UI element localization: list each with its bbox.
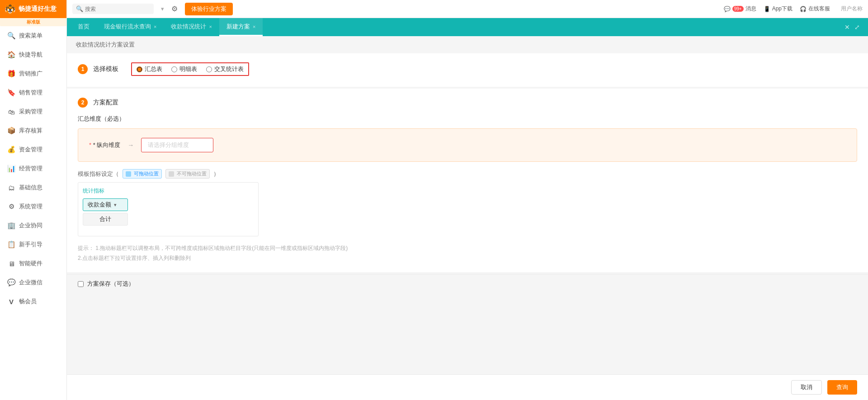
sidebar-item-wechat[interactable]: 💬 企业微信: [0, 273, 66, 292]
sidebar-item-purchase[interactable]: 🛍 采购管理: [0, 102, 66, 121]
sidebar-item-basics[interactable]: 🗂 基础信息: [0, 178, 66, 197]
chevron-down-icon-tag: ▾: [114, 202, 117, 208]
arrow-icon: →: [127, 141, 134, 149]
settings-icon: ⚙: [7, 202, 15, 211]
message-icon: 💬: [724, 6, 731, 12]
sidebar-item-operations-label: 经营管理: [19, 165, 42, 173]
tip-2: 2.点击标题栏下拉可设置排序、插入列和删除列: [78, 254, 857, 264]
template-options-box: 汇总表 明细表 交叉统计表: [131, 62, 249, 76]
radio-cross-input[interactable]: [206, 66, 212, 72]
step1-label: 选择模板: [93, 65, 118, 73]
sidebar-item-operations[interactable]: 📊 经营管理: [0, 159, 66, 178]
dimension-area: * * 纵向维度 → 请选择分组维度: [78, 128, 857, 162]
radio-summary-input[interactable]: [137, 66, 142, 72]
close-icon[interactable]: ✕: [844, 24, 850, 31]
tab-newplan-close[interactable]: ×: [253, 24, 255, 29]
tab-cashbank-label: 现金银行流水查询: [104, 23, 151, 31]
dimension-select-placeholder: 请选择分组维度: [148, 141, 189, 149]
sidebar-item-sales[interactable]: 🔖 销售管理: [0, 83, 66, 102]
indicator-header: 模板指标设定（ 可拖动位置 不可拖动位置 ）: [78, 169, 857, 179]
money-icon: 💰: [7, 146, 15, 154]
step2-label: 方案配置: [93, 99, 118, 107]
indicator-settings-label: 模板指标设定（: [78, 170, 119, 178]
radio-detail[interactable]: 明细表: [171, 65, 197, 73]
breadcrumb-text: 收款情况统计方案设置: [76, 41, 135, 48]
sidebar-item-inventory-label: 库存核算: [19, 127, 42, 135]
tab-receipts-close[interactable]: ×: [209, 24, 212, 29]
download-btn[interactable]: 📱 App下载: [764, 5, 793, 13]
stat-subtag: 合计: [83, 213, 128, 226]
headphone-icon: 🎧: [800, 6, 807, 12]
tab-home-label: 首页: [78, 23, 90, 31]
sidebar-item-system[interactable]: ⚙ 系统管理: [0, 197, 66, 216]
required-star: *: [89, 141, 91, 148]
step2-num: 2: [78, 98, 88, 108]
search-input[interactable]: [85, 6, 139, 12]
step1-num: 1: [78, 64, 88, 74]
sidebar-item-member-label: 畅会员: [19, 297, 37, 306]
search-icon-top: 🔍: [76, 5, 83, 12]
chevron-down-icon: ▾: [161, 5, 164, 12]
sidebar-item-guide[interactable]: 📋 新手引导: [0, 235, 66, 254]
save-label: 方案保存（可选）: [87, 280, 134, 288]
page-content: 收款情况统计方案设置 1 选择模板 汇总表 明细表: [67, 36, 868, 374]
sidebar-item-marketing[interactable]: 🎁 营销推广: [0, 64, 66, 83]
radio-cross[interactable]: 交叉统计表: [206, 65, 244, 73]
files-icon: 🗂: [7, 184, 15, 192]
stat-indicator-area: 统计指标 收款金额 ▾ 合计: [78, 182, 259, 236]
sidebar-item-enterprise[interactable]: 🏢 企业协同: [0, 216, 66, 235]
radio-detail-label: 明细表: [179, 65, 197, 73]
tab-home[interactable]: 首页: [71, 18, 97, 36]
breadcrumb: 收款情况统计方案设置: [67, 36, 868, 53]
sidebar-item-finance[interactable]: 💰 资金管理: [0, 140, 66, 159]
tab-receipts[interactable]: 收款情况统计 ×: [164, 18, 219, 36]
step1-row: 1 选择模板 汇总表 明细表 交叉统计表: [78, 62, 857, 76]
tag-icon: 🔖: [7, 89, 15, 97]
sidebar-logo: 🐯 畅捷通好生意: [0, 0, 66, 18]
tab-newplan[interactable]: 新建方案 ×: [219, 18, 263, 36]
sidebar-item-purchase-label: 采购管理: [19, 108, 42, 116]
main-area: 🔍 ▾ ⚙ 体验行业方案 💬 99+ 消息 📱 App下载 🎧 在线客服 用户名…: [67, 0, 868, 400]
sidebar-logo-text: 畅捷通好生意: [19, 5, 57, 13]
maximize-icon[interactable]: ⤢: [854, 24, 860, 31]
sidebar-badge: 标准版: [0, 18, 66, 26]
window-controls: ✕ ⤢: [840, 18, 864, 36]
sidebar-item-enterprise-label: 企业协同: [19, 221, 42, 230]
save-row: 方案保存（可选）: [67, 274, 868, 293]
hardware-icon: 🖥: [7, 260, 15, 268]
guide-icon: 📋: [7, 240, 15, 249]
tab-cashbank[interactable]: 现金银行流水查询 ×: [97, 18, 164, 36]
sidebar-item-member[interactable]: V 畅会员: [0, 292, 66, 311]
chart-icon: 📊: [7, 165, 15, 173]
drag-badge: 可拖动位置: [123, 169, 162, 179]
radio-detail-input[interactable]: [171, 66, 177, 72]
query-button[interactable]: 查询: [827, 380, 857, 395]
dimension-select[interactable]: 请选择分组维度: [141, 138, 213, 152]
sidebar-item-finance-label: 资金管理: [19, 146, 42, 154]
radio-summary[interactable]: 汇总表: [137, 65, 162, 73]
save-checkbox[interactable]: [78, 281, 84, 287]
sidebar-item-marketing-label: 营销推广: [19, 70, 42, 78]
sidebar-item-nav[interactable]: 🏠 快捷导航: [0, 45, 66, 64]
bottom-bar: 取消 查询: [67, 374, 868, 400]
step2-row: 2 方案配置: [78, 98, 857, 108]
notification-btn[interactable]: 💬 99+ 消息: [724, 5, 756, 13]
sidebar-item-search-label: 搜索菜单: [19, 32, 42, 40]
cancel-button[interactable]: 取消: [791, 380, 822, 395]
radio-cross-label: 交叉统计表: [214, 65, 244, 73]
sidebar-item-hardware[interactable]: 🖥 智能硬件: [0, 254, 66, 273]
tab-cashbank-close[interactable]: ×: [154, 24, 156, 29]
industry-btn[interactable]: 体验行业方案: [185, 3, 233, 15]
sidebar-item-search[interactable]: 🔍 搜索菜单: [0, 26, 66, 45]
sidebar-item-basics-label: 基础信息: [19, 184, 42, 192]
service-btn[interactable]: 🎧 在线客服: [800, 5, 830, 13]
tabs-bar: 首页 现金银行流水查询 × 收款情况统计 × 新建方案 × ✕ ⤢: [67, 18, 868, 36]
vertical-dimension-label: * * 纵向维度: [89, 141, 120, 149]
service-label: 在线客服: [808, 5, 830, 13]
step2-section: 2 方案配置 汇总维度（必选） * * 纵向维度 → 请选择分组维度: [67, 89, 868, 272]
search-box[interactable]: 🔍: [72, 4, 154, 14]
stat-tag-amount[interactable]: 收款金额 ▾: [83, 198, 128, 211]
sidebar-item-inventory[interactable]: 📦 库存核算: [0, 121, 66, 140]
gear-icon[interactable]: ⚙: [171, 5, 178, 13]
stat-tag-label: 收款金额: [88, 201, 111, 209]
